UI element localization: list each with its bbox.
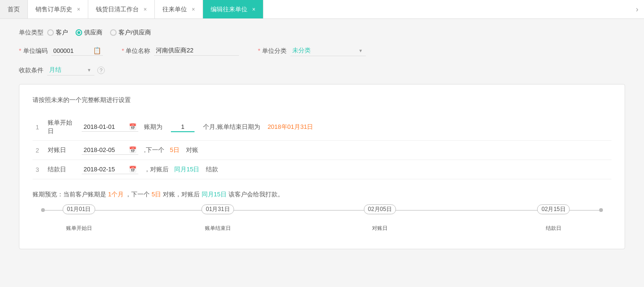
tab-home[interactable]: 首页 (0, 0, 28, 18)
unit-code-icon[interactable]: 📋 (93, 47, 101, 54)
panel-row-1: 1 账单开始日 📅 账期为 个月,账单结束日期为 2018年01月31日 (33, 114, 611, 141)
unit-code-label: 单位编码 (19, 47, 48, 55)
preview-after1: 对账，对账后 (163, 191, 200, 198)
row-3-date-input[interactable] (84, 166, 126, 173)
unit-category-value: 未分类 (292, 46, 357, 55)
row-1-date-input[interactable] (84, 123, 126, 130)
row-1-suffix-after: 个月,账单结束日期为 (203, 123, 260, 131)
radio-supplier-circle (76, 29, 82, 36)
row-3-suffix: 结款 (206, 165, 218, 174)
node-3-pill: 02月05日 (364, 204, 396, 214)
row-3-num: 3 (33, 166, 42, 173)
node-4-label: 结款日 (546, 225, 561, 232)
radio-supplier-label: 供应商 (84, 28, 102, 37)
timeline-container: 01月01日 账单开始日 01月31日 账单结束日 02月05日 对账日 02月… (33, 204, 611, 237)
unit-category-arrow-icon: ▾ (359, 48, 362, 54)
row-1-months-input[interactable] (171, 122, 195, 132)
radio-supplier[interactable]: 供应商 (76, 28, 102, 37)
unit-info-row: 单位编码 📋 单位名称 单位分类 未分类 ▾ (19, 45, 625, 56)
unit-name-input[interactable] (154, 46, 239, 56)
main-content: 单位类型 客户 供应商 客户/供应商 单位编码 📋 单位 (0, 19, 644, 287)
row-1-date-field: 📅 (82, 122, 138, 132)
row-3-date-field: 📅 (82, 165, 138, 174)
node-1-pill: 01月01日 (63, 204, 95, 214)
row-3-highlight2: 同月15日 (174, 165, 199, 174)
row-2-suffix: 对账 (186, 146, 198, 154)
tab-edit-partner[interactable]: 编辑往来单位 × (203, 0, 263, 18)
unit-category-group: 单位分类 未分类 ▾ (258, 45, 366, 56)
panel-hint: 请按照未来的一个完整帐期进行设置 (33, 96, 611, 104)
preview-before: 账期预览：当前客户账期是 (33, 191, 106, 198)
timeline-dot-right (599, 208, 603, 212)
payment-help-icon[interactable]: ? (97, 67, 105, 74)
payment-select[interactable]: 月结 ▾ (47, 65, 94, 76)
node-3-label: 对账日 (372, 225, 388, 232)
preview-mid: ，下一个 (125, 191, 150, 198)
unit-type-radio-group: 客户 供应商 客户/供应商 (47, 28, 151, 37)
radio-both-label: 客户/供应商 (119, 28, 151, 37)
row-3-prefix: ，对账后 (144, 165, 169, 174)
tab-sales-history-close[interactable]: × (77, 6, 80, 13)
timeline-node-2: 01月31日 账单结束日 (202, 204, 234, 232)
row-2-date-input[interactable] (84, 146, 126, 153)
payment-value: 月结 (49, 66, 86, 74)
tab-partner-label: 往来单位 (162, 5, 187, 14)
row-3-label: 结款日 (48, 165, 76, 174)
radio-customer-label: 客户 (56, 28, 68, 37)
tab-sales-history-label: 销售订单历史 (35, 5, 72, 14)
unit-category-select[interactable]: 未分类 ▾ (290, 45, 366, 56)
radio-customer[interactable]: 客户 (47, 28, 68, 37)
radio-both[interactable]: 客户/供应商 (110, 28, 151, 37)
radio-both-circle (110, 29, 117, 36)
tabs-bar: 首页 销售订单历史 × 钱货日清工作台 × 往来单位 × 编辑往来单位 × › (0, 0, 644, 19)
node-1-label: 账单开始日 (66, 225, 92, 232)
preview-pay: 同月15日 (202, 191, 227, 198)
panel-row-3: 3 结款日 📅 ，对账后 同月15日 结款 (33, 160, 611, 179)
tab-partner[interactable]: 往来单位 × (155, 0, 203, 18)
timeline-node-1: 01月01日 账单开始日 (63, 204, 95, 232)
payment-row: 收款条件 月结 ▾ ? (19, 65, 625, 76)
timeline-line (42, 210, 602, 211)
row-1-end-date: 2018年01月31日 (268, 123, 314, 131)
unit-name-label: 单位名称 (122, 47, 151, 55)
tab-cash-flow[interactable]: 钱货日清工作台 × (88, 0, 155, 18)
unit-code-group: 单位编码 📋 (19, 46, 103, 56)
tab-cash-flow-label: 钱货日清工作台 (96, 5, 139, 14)
unit-category-label: 单位分类 (258, 47, 287, 55)
row-2-label: 对账日 (48, 146, 76, 154)
node-2-pill: 01月31日 (202, 204, 234, 214)
unit-code-input[interactable] (53, 47, 91, 54)
unit-type-row: 单位类型 客户 供应商 客户/供应商 (19, 28, 625, 37)
radio-customer-circle (47, 29, 54, 36)
timeline-dot-left (41, 208, 45, 212)
tab-home-label: 首页 (8, 5, 20, 14)
tab-edit-partner-label: 编辑往来单位 (211, 5, 247, 14)
row-2-cal-icon[interactable]: 📅 (129, 146, 136, 153)
row-2-highlight1: 5日 (170, 146, 179, 154)
panel-row-2: 2 对账日 📅 ,下一个 5日 对账 (33, 141, 611, 160)
tab-edit-partner-close[interactable]: × (252, 6, 255, 13)
timeline-node-4: 02月15日 结款日 (537, 204, 570, 232)
preview-after2: 该客户会给我打款。 (229, 191, 284, 198)
preview-text: 账期预览：当前客户账期是 1个月 ，下一个 5日 对账，对账后 同月15日 该客… (33, 189, 611, 200)
row-1-suffix-before: 账期为 (144, 123, 162, 131)
tab-sales-history[interactable]: 销售订单历史 × (28, 0, 88, 18)
preview-day: 5日 (152, 191, 161, 198)
row-2-date-field: 📅 (82, 145, 138, 155)
payment-arrow-icon: ▾ (88, 67, 91, 73)
row-3-cal-icon[interactable]: 📅 (129, 166, 136, 173)
preview-month: 1个月 (108, 191, 124, 198)
tab-cash-flow-close[interactable]: × (144, 6, 147, 13)
node-2-label: 账单结束日 (205, 225, 231, 232)
timeline-node-3: 02月05日 对账日 (364, 204, 396, 232)
row-1-cal-icon[interactable]: 📅 (129, 123, 136, 130)
row-1-num: 1 (33, 124, 42, 131)
settings-panel: 请按照未来的一个完整帐期进行设置 1 账单开始日 📅 账期为 个月,账单结束日期… (19, 84, 625, 249)
row-1-label: 账单开始日 (48, 118, 76, 135)
tab-partner-close[interactable]: × (192, 6, 195, 13)
tab-arrow[interactable]: › (630, 0, 644, 18)
node-4-pill: 02月15日 (537, 204, 570, 214)
payment-label: 收款条件 (19, 66, 43, 75)
unit-code-input-wrap: 📋 (51, 46, 103, 56)
row-2-num: 2 (33, 147, 42, 154)
